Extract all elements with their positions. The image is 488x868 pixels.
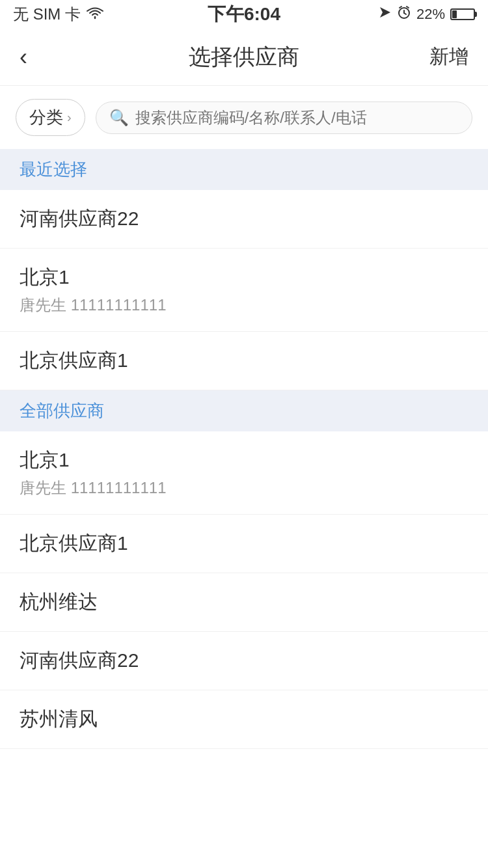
search-icon: 🔍 [109, 109, 129, 127]
supplier-name: 河南供应商22 [20, 647, 468, 674]
supplier-name: 杭州维达 [20, 589, 468, 616]
list-item[interactable]: 北京1唐先生 11111111111 [0, 249, 488, 332]
category-button[interactable]: 分类 › [16, 99, 85, 136]
recent-section-header: 最近选择 [0, 149, 488, 190]
search-input[interactable] [135, 109, 459, 127]
status-time: 下午6:04 [208, 2, 280, 27]
page-title: 选择供应商 [189, 42, 299, 72]
status-right: 22% [379, 5, 475, 23]
battery-percent: 22% [416, 6, 445, 23]
recent-list: 河南供应商22北京1唐先生 11111111111北京供应商1 [0, 190, 488, 390]
svg-line-3 [404, 13, 406, 14]
supplier-name: 北京供应商1 [20, 530, 468, 557]
svg-marker-0 [380, 7, 390, 18]
list-item[interactable]: 北京1唐先生 11111111111 [0, 431, 488, 515]
battery-icon [450, 8, 475, 20]
all-list: 北京1唐先生 11111111111北京供应商1杭州维达河南供应商22苏州清风 [0, 431, 488, 749]
search-box: 🔍 [96, 102, 472, 134]
list-item[interactable]: 北京供应商1 [0, 515, 488, 573]
nav-bar: ‹ 选择供应商 新增 [0, 29, 488, 86]
svg-line-5 [407, 7, 409, 8]
back-button[interactable]: ‹ [20, 44, 59, 71]
supplier-name: 河南供应商22 [20, 206, 468, 232]
chevron-right-icon: › [67, 110, 72, 125]
supplier-name: 苏州清风 [20, 706, 468, 733]
list-item[interactable]: 北京供应商1 [0, 332, 488, 390]
list-item[interactable]: 河南供应商22 [0, 632, 488, 690]
wifi-icon [86, 5, 104, 23]
all-section-header: 全部供应商 [0, 390, 488, 431]
location-icon [379, 6, 392, 23]
list-item[interactable]: 苏州清风 [0, 690, 488, 749]
filter-bar: 分类 › 🔍 [0, 86, 488, 149]
list-item[interactable]: 河南供应商22 [0, 190, 488, 249]
alarm-icon [397, 5, 411, 23]
supplier-name: 北京1 [20, 447, 468, 474]
no-sim-text: 无 SIM 卡 [13, 4, 81, 25]
status-left: 无 SIM 卡 [13, 4, 104, 25]
status-bar: 无 SIM 卡 下午6:04 22% [0, 0, 488, 29]
supplier-name: 北京1 [20, 264, 468, 291]
category-label: 分类 [29, 106, 63, 129]
supplier-name: 北京供应商1 [20, 347, 468, 374]
add-button[interactable]: 新增 [429, 44, 468, 70]
svg-line-4 [400, 7, 401, 8]
supplier-contact: 唐先生 11111111111 [20, 478, 468, 498]
supplier-contact: 唐先生 11111111111 [20, 295, 468, 316]
list-item[interactable]: 杭州维达 [0, 573, 488, 632]
